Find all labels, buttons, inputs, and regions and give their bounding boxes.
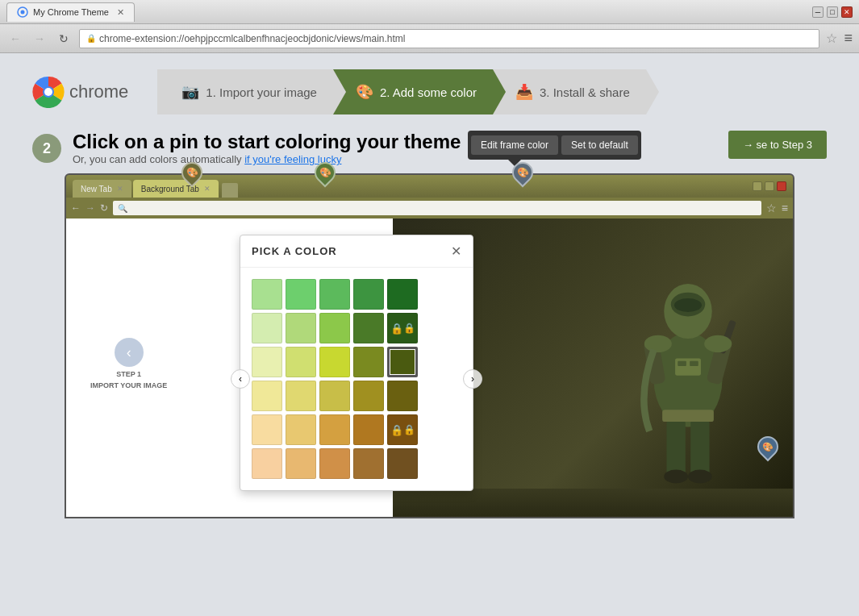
color-swatch-5-1[interactable] xyxy=(252,414,282,445)
tab-favicon xyxy=(17,6,28,18)
color-swatch-6-4[interactable] xyxy=(353,448,384,479)
forward-button[interactable]: → xyxy=(31,30,48,48)
color-swatch-2-2[interactable] xyxy=(286,313,316,343)
instruction-heading: Click on a pin to start coloring your th… xyxy=(73,131,461,153)
preview-back-btn[interactable]: ← xyxy=(71,202,81,214)
preview-tab-1[interactable]: New Tab ✕ xyxy=(73,180,131,198)
color-swatch-1-4[interactable] xyxy=(353,279,384,310)
pin-head-3: 🎨 xyxy=(508,158,538,188)
browser-preview-container: 🎨 🎨 🎨 New Tab ✕ Ba xyxy=(65,173,794,518)
step-1-item[interactable]: 📷 1. Import your image xyxy=(157,69,333,114)
color-nav-left[interactable]: ‹ xyxy=(231,369,250,389)
pin-marker-1[interactable]: 🎨 xyxy=(181,162,202,183)
back-button[interactable]: ← xyxy=(6,30,24,48)
step-3-item[interactable]: 📥 3. Install & share xyxy=(491,69,646,114)
color-swatch-6-1[interactable] xyxy=(252,448,282,479)
color-swatch-6-5[interactable] xyxy=(387,448,418,479)
tab-close-button[interactable]: ✕ xyxy=(117,7,124,18)
step-number-circle: 2 xyxy=(32,134,61,163)
edit-frame-color-button[interactable]: Edit frame color xyxy=(471,135,558,155)
color-swatch-2-1[interactable] xyxy=(252,313,282,343)
preview-forward-btn[interactable]: → xyxy=(85,202,95,214)
address-bar: ← → ↻ 🔒 chrome-extension://oehpjpccmlcal… xyxy=(0,24,859,53)
color-swatch-5-2[interactable] xyxy=(286,414,316,445)
new-tab-button[interactable] xyxy=(222,183,238,198)
preview-close-btn[interactable] xyxy=(777,181,786,191)
svg-rect-20 xyxy=(678,361,686,366)
step1-back-arrow[interactable]: ‹ xyxy=(115,338,144,367)
color-swatch-1-5[interactable] xyxy=(387,279,418,310)
preview-tabs: New Tab ✕ Background Tab ✕ xyxy=(73,175,238,198)
color-swatch-6-3[interactable] xyxy=(319,448,350,479)
preview-refresh-btn[interactable]: ↻ xyxy=(100,202,108,214)
main-content: chrome 📷 1. Import your image 🎨 2. Add s… xyxy=(0,53,859,535)
pin-marker-3[interactable]: 🎨 xyxy=(512,162,533,183)
preview-menu-icon[interactable]: ≡ xyxy=(782,202,788,214)
step-separator-1 xyxy=(144,69,157,114)
title-bar: My Chrome Theme ✕ ─ □ ✕ xyxy=(0,0,859,24)
color-swatch-4-3[interactable] xyxy=(319,381,350,411)
color-swatch-5-3[interactable] xyxy=(319,414,350,445)
color-swatch-5-5-locked[interactable]: 🔒 xyxy=(387,414,418,445)
color-swatch-2-5-locked[interactable]: 🔒 xyxy=(387,313,418,343)
color-swatch-4-1[interactable] xyxy=(252,381,282,411)
pin-icon-2: 🎨 xyxy=(319,167,332,178)
pin-head-2: 🎨 xyxy=(311,158,340,188)
refresh-button[interactable]: ↻ xyxy=(55,30,73,48)
chrome-label: chrome xyxy=(69,81,128,102)
set-to-default-button[interactable]: Set to default xyxy=(561,135,638,155)
lock-icon: 🔒 xyxy=(86,34,96,43)
continue-to-step3-button[interactable]: → se to Step 3 xyxy=(728,131,827,159)
pin-marker-2[interactable]: 🎨 xyxy=(315,162,336,183)
color-picker-close-button[interactable]: ✕ xyxy=(451,243,461,259)
color-swatch-2-3[interactable] xyxy=(319,313,350,343)
color-swatch-3-5-selected[interactable] xyxy=(387,347,418,377)
color-row-1 xyxy=(252,279,461,310)
step-bar: chrome 📷 1. Import your image 🎨 2. Add s… xyxy=(32,69,827,114)
step-2-item[interactable]: 🎨 2. Add some color xyxy=(332,69,493,114)
url-bar[interactable]: 🔒 chrome-extension://oehpjpccmlcalbenfhn… xyxy=(79,29,819,48)
window-controls: ─ □ ✕ xyxy=(812,6,853,18)
preview-pin-right[interactable]: 🎨 xyxy=(757,436,778,457)
menu-icon[interactable]: ≡ xyxy=(844,30,853,47)
svg-point-17 xyxy=(644,335,672,352)
color-nav-right[interactable]: › xyxy=(463,369,482,389)
color-swatch-4-2[interactable] xyxy=(286,381,316,411)
color-swatch-2-4[interactable] xyxy=(353,313,384,343)
preview-url-box[interactable]: 🔍 xyxy=(113,201,761,215)
preview-star-icon[interactable]: ☆ xyxy=(766,202,777,214)
pin-icon-1: 🎨 xyxy=(186,167,198,178)
color-swatch-5-4[interactable] xyxy=(353,414,384,445)
bookmark-star-icon[interactable]: ☆ xyxy=(826,31,837,46)
svg-rect-12 xyxy=(666,418,685,478)
instruction-area: 2 Click on a pin to start coloring your … xyxy=(32,131,827,165)
color-swatch-1-2[interactable] xyxy=(286,279,316,310)
color-swatch-3-2[interactable] xyxy=(286,347,316,377)
preview-tab-2[interactable]: Background Tab ✕ xyxy=(133,180,219,198)
step-3-icon: 📥 xyxy=(515,83,533,101)
preview-tab-1-close[interactable]: ✕ xyxy=(117,185,123,193)
active-tab[interactable]: My Chrome Theme ✕ xyxy=(6,2,135,22)
color-swatch-6-2[interactable] xyxy=(286,448,316,479)
color-swatch-3-1[interactable] xyxy=(252,347,282,377)
color-swatch-3-4[interactable] xyxy=(353,347,384,377)
close-button[interactable]: ✕ xyxy=(841,6,853,18)
preview-addressbar: ← → ↻ 🔍 ☆ ≡ xyxy=(66,198,793,219)
color-swatch-3-3[interactable] xyxy=(319,347,350,377)
svg-point-14 xyxy=(664,470,688,484)
color-swatch-1-1[interactable] xyxy=(252,279,282,310)
color-swatch-4-4[interactable] xyxy=(353,381,384,411)
preview-maximize-btn[interactable] xyxy=(765,181,774,191)
preview-search-icon: 🔍 xyxy=(118,204,127,213)
step-3-label: 3. Install & share xyxy=(540,85,630,99)
color-row-5: 🔒 xyxy=(252,414,461,445)
color-swatch-4-5[interactable] xyxy=(387,381,418,411)
color-swatch-1-3[interactable] xyxy=(319,279,350,310)
maximize-button[interactable]: □ xyxy=(827,6,838,18)
tab-title: My Chrome Theme xyxy=(33,7,109,17)
preview-minimize-btn[interactable] xyxy=(753,181,762,191)
preview-tab-2-close[interactable]: ✕ xyxy=(204,185,211,193)
instruction-sub-text: Or, you can add colors automatically xyxy=(73,153,242,165)
minimize-button[interactable]: ─ xyxy=(812,6,824,18)
color-row-3 xyxy=(252,347,461,377)
